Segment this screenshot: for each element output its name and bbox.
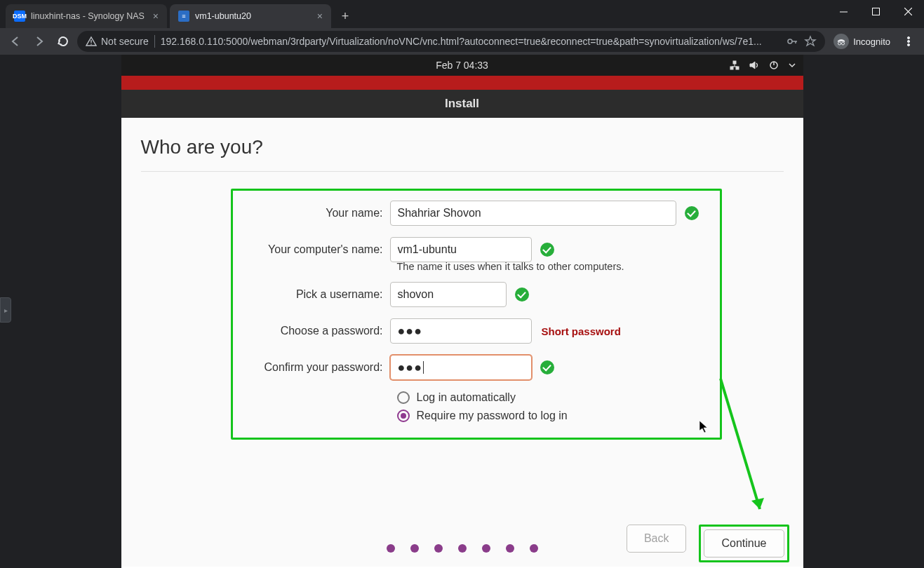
check-icon: [685, 206, 699, 220]
installer-window-title: Install: [121, 90, 803, 118]
tab-title: vm1-ubuntu20: [195, 11, 251, 21]
computer-name-hint: The name it uses when it talks to other …: [397, 261, 699, 272]
url-text: 192.168.0.110:5000/webman/3rdparty/Virtu…: [161, 36, 762, 47]
radio-icon: [397, 410, 410, 422]
ubuntu-accent-bar: [121, 76, 803, 90]
login-auto-radio[interactable]: Log in automatically: [397, 391, 699, 404]
svg-point-14: [907, 40, 909, 42]
network-icon[interactable]: [729, 60, 740, 71]
system-tray[interactable]: [729, 55, 796, 76]
tab-linuxhint-nas[interactable]: DSM linuxhint-nas - Synology NAS ×: [6, 4, 167, 28]
tab-strip: DSM linuxhint-nas - Synology NAS × ≡ vm1…: [0, 0, 924, 28]
key-icon[interactable]: [786, 35, 798, 48]
computer-name-label: Your computer's name:: [233, 243, 390, 256]
tab-title: linuxhint-nas - Synology NAS: [31, 11, 145, 21]
favicon-dsm-icon: DSM: [14, 11, 25, 22]
dot-icon: [482, 544, 490, 553]
svg-point-11: [838, 42, 841, 45]
novnc-sidebar-handle[interactable]: ▸: [0, 297, 11, 323]
radio-label: Log in automatically: [417, 391, 516, 404]
dot-icon: [410, 544, 419, 553]
password-label: Choose a password:: [233, 325, 390, 337]
computer-name-input[interactable]: [390, 237, 532, 262]
annotation-highlight-box: Continue: [699, 525, 789, 562]
login-require-password-radio[interactable]: Require my password to log in: [397, 410, 699, 422]
power-icon[interactable]: [768, 60, 779, 71]
password-warning: Short password: [542, 325, 621, 337]
dot-icon: [458, 544, 467, 553]
new-tab-button[interactable]: +: [335, 6, 355, 26]
continue-button[interactable]: Continue: [704, 529, 784, 557]
browser-menu-button[interactable]: [899, 32, 918, 51]
minimize-button[interactable]: [827, 0, 859, 22]
incognito-label: Incognito: [853, 36, 890, 47]
reload-button[interactable]: [53, 32, 73, 51]
chevron-down-icon[interactable]: [788, 61, 796, 69]
installer-body: Who are you? Your name: Your computer's …: [121, 118, 803, 567]
tab-vm1-ubuntu20[interactable]: ≡ vm1-ubuntu20 ×: [170, 4, 331, 28]
page-viewport: ▸ Feb 7 04:33 Install Who are you? Your …: [0, 55, 924, 568]
your-name-input[interactable]: [390, 201, 676, 226]
tab-close-icon[interactable]: ×: [153, 11, 159, 21]
tab-close-icon[interactable]: ×: [317, 11, 323, 21]
favicon-vm-icon: ≡: [178, 11, 189, 22]
svg-marker-26: [751, 498, 764, 509]
dot-icon: [530, 544, 538, 553]
maximize-button[interactable]: [859, 0, 892, 22]
svg-point-6: [91, 43, 92, 45]
security-indicator[interactable]: Not secure: [86, 36, 149, 47]
window-controls: [827, 0, 924, 22]
svg-rect-16: [730, 67, 733, 69]
username-label: Pick a username:: [233, 288, 390, 301]
progress-dots: [387, 544, 538, 553]
divider: [141, 171, 784, 172]
svg-marker-10: [805, 36, 815, 46]
back-button[interactable]: [6, 32, 25, 51]
svg-point-15: [907, 43, 909, 46]
svg-marker-21: [750, 62, 755, 69]
svg-marker-24: [699, 421, 707, 433]
incognito-indicator[interactable]: Incognito: [833, 34, 890, 49]
gnome-top-bar: Feb 7 04:33: [121, 55, 803, 76]
svg-point-13: [907, 36, 909, 39]
bookmark-star-icon[interactable]: [804, 35, 817, 48]
annotation-highlight-box: Your name: Your computer's name: The nam…: [231, 189, 722, 440]
back-button[interactable]: Back: [627, 525, 687, 553]
username-input[interactable]: [390, 282, 507, 307]
mouse-cursor-icon: [699, 421, 709, 436]
your-name-label: Your name:: [233, 207, 390, 219]
radio-label: Require my password to log in: [417, 410, 568, 422]
check-icon: [540, 360, 554, 374]
browser-toolbar: Not secure 192.168.0.110:5000/webman/3rd…: [0, 28, 924, 55]
page-heading: Who are you?: [141, 136, 784, 158]
svg-rect-18: [733, 61, 736, 64]
action-buttons: Back Continue: [627, 525, 789, 562]
svg-line-25: [721, 379, 760, 509]
radio-icon: [397, 391, 410, 404]
password-input[interactable]: ●●●: [390, 318, 532, 344]
window-close-button[interactable]: [892, 0, 924, 22]
dot-icon: [506, 544, 514, 553]
svg-point-7: [788, 39, 792, 43]
separator: [154, 35, 155, 48]
clock: Feb 7 04:33: [436, 60, 488, 71]
vm-screen: Feb 7 04:33 Install Who are you? Your na…: [121, 55, 803, 568]
check-icon: [540, 243, 554, 257]
svg-rect-1: [872, 8, 879, 15]
address-bar[interactable]: Not secure 192.168.0.110:5000/webman/3rd…: [77, 31, 825, 52]
dot-icon: [387, 544, 395, 553]
incognito-icon: [833, 34, 849, 49]
svg-rect-17: [736, 67, 739, 69]
warning-icon: [86, 36, 97, 47]
svg-point-12: [842, 42, 845, 45]
check-icon: [515, 288, 529, 302]
volume-icon[interactable]: [749, 60, 760, 71]
forward-button[interactable]: [29, 32, 49, 51]
confirm-password-input[interactable]: ●●●: [390, 355, 532, 380]
not-secure-label: Not secure: [101, 36, 149, 47]
annotation-arrow-icon: [718, 376, 788, 530]
dot-icon: [434, 544, 443, 553]
confirm-password-label: Confirm your password:: [233, 361, 390, 374]
